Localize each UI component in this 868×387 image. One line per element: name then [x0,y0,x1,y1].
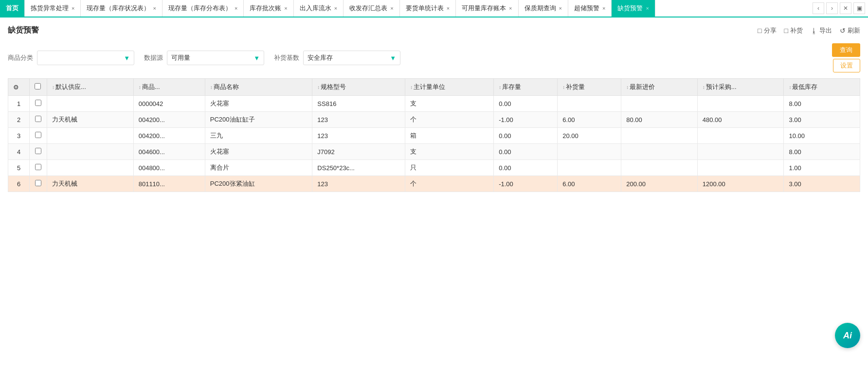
col-stock[interactable]: ↕库存量 [494,79,558,96]
tab-5-close[interactable]: × [334,5,337,11]
row-checkbox[interactable] [35,100,41,106]
replenish-base-label: 补货基数 [274,53,299,62]
col-est-purchase[interactable]: ↕预计采购... [697,79,784,96]
filter-row: 商品分类 ▼ 数据源 可用量 ▼ 补货基数 安全库存 ▼ 查询 设置 [8,43,860,72]
row-checkbox-cell[interactable] [30,96,47,112]
row-est-purchase: 1200.00 [697,176,784,192]
tab-4[interactable]: 库存批次账 × [244,0,293,17]
tab-next-button[interactable]: › [826,2,838,14]
tab-maximize-button[interactable]: ▣ [853,2,865,14]
export-label: 导出 [819,26,832,35]
refresh-button[interactable]: ↺ 刷新 [840,26,860,35]
row-replenish-qty: 6.00 [558,112,621,128]
datasource-select[interactable]: 可用量 ▼ [167,51,264,65]
table-row[interactable]: 5 004800... 离合片 DS250*23c... 只 0.00 1.00 [8,160,860,176]
tab-7[interactable]: 要货单统计表 × [400,0,456,17]
data-table: ⚙ ↕默认供应... ↕商品... ↕商品名称 ↕规格型号 ↕主计量单位 ↕库存… [8,78,860,192]
row-checkbox-cell[interactable] [30,144,47,160]
tab-10-close[interactable]: × [602,5,605,11]
row-checkbox[interactable] [35,148,41,154]
col-default-supplier[interactable]: ↕默认供应... [47,79,134,96]
row-checkbox[interactable] [35,180,41,186]
col-min-stock[interactable]: ↕最低库存 [784,79,860,96]
col-gear[interactable]: ⚙ [8,79,30,96]
tab-2[interactable]: 现存量（库存状况表） × [81,0,162,17]
tab-5[interactable]: 出入库流水 × [294,0,344,17]
row-spec: 123 [312,176,405,192]
col-product-name[interactable]: ↕商品名称 [205,79,312,96]
row-spec: DS250*23c... [312,160,405,176]
main-content: 缺货预警 □ 分享 □ 补货 ⭳ 导出 ↺ 刷新 商品分类 [0,18,868,387]
col-product-code[interactable]: ↕商品... [133,79,205,96]
row-index: 1 [8,96,30,112]
tab-9[interactable]: 保质期查询 × [519,0,568,17]
table-row[interactable]: 6 力天机械 801110... PC200张紧油缸 123 个 -1.00 6… [8,176,860,192]
tab-close-button[interactable]: ✕ [840,2,851,14]
row-checkbox[interactable] [35,164,41,170]
tab-1[interactable]: 拣货异常处理 × [25,0,81,17]
tab-prev-button[interactable]: ‹ [813,2,824,14]
row-spec: 123 [312,128,405,144]
tab-3[interactable]: 现存量（库存分布表） × [163,0,244,17]
tab-7-close[interactable]: × [447,5,450,11]
row-supplier [47,96,134,112]
category-select[interactable]: ▼ [37,51,134,65]
row-min-stock: 3.00 [784,112,860,128]
tab-3-close[interactable]: × [235,5,237,11]
query-button[interactable]: 查询 [832,43,860,57]
table-row[interactable]: 2 力天机械 004200... PC200油缸缸子 123 个 -1.00 6… [8,112,860,128]
tab-11-label: 缺货预警 [617,4,643,13]
tab-2-close[interactable]: × [153,5,156,11]
tab-6[interactable]: 收发存汇总表 × [344,0,399,17]
col-unit[interactable]: ↕主计量单位 [405,79,494,96]
tab-4-close[interactable]: × [284,5,287,11]
table-row[interactable]: 3 004200... 三九 123 箱 0.00 20.00 10.00 [8,128,860,144]
select-all-checkbox[interactable] [35,83,41,89]
row-checkbox-cell[interactable] [30,176,47,192]
row-replenish-qty [558,144,621,160]
col-latest-price[interactable]: ↕最新进价 [621,79,697,96]
tab-home[interactable]: 首页 [0,0,25,17]
header-actions: □ 分享 □ 补货 ⭳ 导出 ↺ 刷新 [758,26,860,35]
export-button[interactable]: ⭳ 导出 [811,26,832,35]
row-min-stock: 1.00 [784,160,860,176]
share-button[interactable]: □ 分享 [758,26,776,35]
row-min-stock: 10.00 [784,128,860,144]
sort-supplier-icon: ↕ [52,85,54,90]
col-checkbox-all[interactable] [30,79,47,96]
row-supplier: 力天机械 [47,112,134,128]
tab-9-close[interactable]: × [559,5,562,11]
replenish-button[interactable]: □ 补货 [784,26,803,35]
tab-11[interactable]: 缺货预警 × [612,0,655,17]
tab-11-close[interactable]: × [646,5,649,11]
tab-8-close[interactable]: × [509,5,512,11]
row-product-code: 801110... [133,176,205,192]
row-replenish-qty [558,160,621,176]
row-checkbox[interactable] [35,132,41,138]
row-est-purchase [697,160,784,176]
tab-6-close[interactable]: × [390,5,393,11]
row-checkbox-cell[interactable] [30,128,47,144]
row-checkbox-cell[interactable] [30,160,47,176]
tab-7-label: 要货单统计表 [406,4,444,13]
col-spec[interactable]: ↕规格型号 [312,79,405,96]
sort-unit-icon: ↕ [410,85,413,90]
ai-assistant-button[interactable]: Ai [835,323,860,348]
row-checkbox[interactable] [35,116,41,122]
tab-10[interactable]: 超储预警 × [568,0,612,17]
table-row[interactable]: 1 0000042 火花塞 SS816 支 0.00 8.00 [8,96,860,112]
row-stock: 0.00 [494,144,558,160]
row-latest-price [621,160,697,176]
row-product-code: 0000042 [133,96,205,112]
col-replenish-qty[interactable]: ↕补货量 [558,79,621,96]
settings-button[interactable]: 设置 [833,59,860,72]
table-row[interactable]: 4 004600... 火花塞 J7092 支 0.00 8.00 [8,144,860,160]
row-checkbox-cell[interactable] [30,112,47,128]
tab-8[interactable]: 可用量库存账本 × [456,0,518,17]
tab-1-label: 拣货异常处理 [31,4,69,13]
row-supplier [47,128,134,144]
row-product-code: 004600... [133,144,205,160]
tab-1-close[interactable]: × [72,5,74,11]
row-replenish-qty: 6.00 [558,176,621,192]
replenish-base-select[interactable]: 安全库存 ▼ [303,51,400,65]
